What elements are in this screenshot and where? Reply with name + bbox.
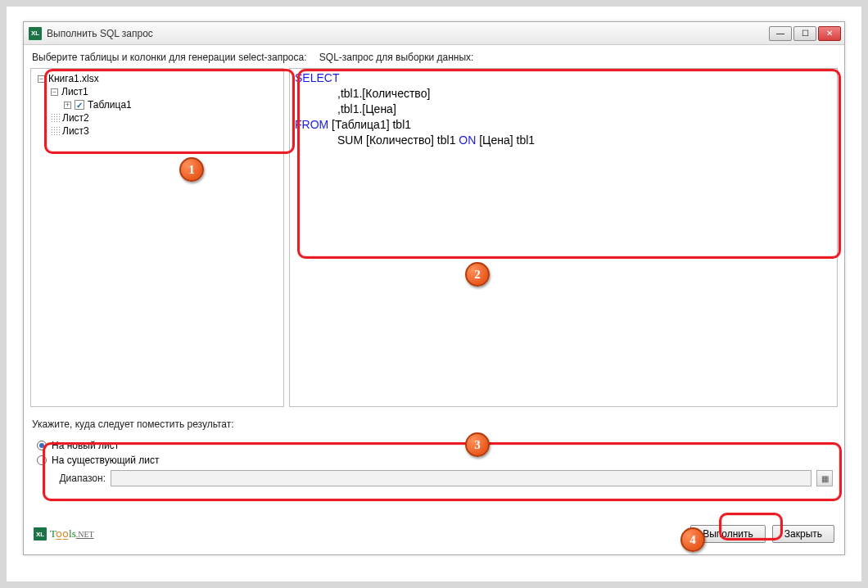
sql-keyword-on: ON — [459, 133, 476, 147]
tree-label: Таблица1 — [88, 99, 132, 111]
sql-keyword-select: SELECT — [295, 71, 339, 84]
range-label: Диапазон: — [50, 473, 106, 484]
radio-new-sheet[interactable] — [37, 441, 47, 450]
sql-editor[interactable]: SELECT ,tbl1.[Количество] ,tbl1.[Цена] F… — [289, 68, 838, 407]
select-tables-label: Выберите таблицы и колонки для генерации… — [32, 52, 307, 63]
radio-new-sheet-label: На новый лист — [52, 440, 119, 451]
bottom-bar: XL To̲o̲ls.NET Выполнить Закрыть — [30, 520, 838, 548]
sql-query-label: SQL-запрос для выборки данных: — [319, 52, 474, 63]
sql-text: [Таблица1] tbl1 — [328, 118, 411, 131]
tree-table1[interactable]: + Таблица1 — [38, 98, 278, 111]
sql-text: ,tbl1.[Количество] — [337, 87, 430, 100]
close-button[interactable]: Закрыть — [772, 525, 834, 543]
tree-label: Лист2 — [62, 112, 89, 124]
dialog-window: XL Выполнить SQL запрос — ☐ ✕ Выберите т… — [23, 21, 845, 555]
window-title: Выполнить SQL запрос — [47, 28, 769, 39]
tree-dotted-icon — [51, 113, 61, 123]
xltools-logo[interactable]: XL To̲o̲ls.NET — [30, 527, 94, 541]
page-frame: XL Выполнить SQL запрос — ☐ ✕ Выберите т… — [0, 0, 868, 588]
minimize-button[interactable]: — — [769, 26, 792, 41]
radio-new-sheet-row[interactable]: На новый лист — [35, 438, 833, 453]
tree-label: Лист1 — [61, 86, 88, 97]
logo-icon: XL — [34, 527, 47, 541]
titlebar[interactable]: XL Выполнить SQL запрос — ☐ ✕ — [24, 22, 844, 45]
maximize-button[interactable]: ☐ — [793, 26, 816, 41]
tree-label: Лист3 — [62, 125, 89, 137]
sql-text: [Цена] tbl1 — [476, 133, 535, 147]
tree-sheet2[interactable]: Лист2 — [38, 111, 278, 124]
tree-sheet1[interactable]: − Лист1 — [38, 85, 278, 98]
app-icon: XL — [29, 27, 42, 40]
tree-label: Книга1.xlsx — [48, 73, 99, 84]
radio-existing-label: На существующий лист — [52, 455, 160, 466]
tree-dotted-icon — [51, 126, 61, 136]
execute-button[interactable]: Выполнить — [690, 525, 766, 543]
window-close-button[interactable]: ✕ — [818, 26, 841, 41]
sql-text: ,tbl1.[Цена] — [337, 102, 396, 115]
expand-icon[interactable]: + — [64, 102, 71, 109]
collapse-icon[interactable]: − — [38, 75, 45, 83]
sql-keyword-from: FROM — [295, 118, 328, 131]
header-labels: Выберите таблицы и колонки для генерации… — [30, 52, 838, 63]
tree-sheet3[interactable]: Лист3 — [38, 124, 278, 138]
radio-existing-sheet[interactable] — [37, 455, 47, 465]
collapse-icon[interactable]: − — [51, 88, 58, 96]
output-options: На новый лист На существующий лист Диапа… — [30, 433, 838, 494]
radio-existing-row[interactable]: На существующий лист — [35, 453, 833, 468]
output-section-label: Укажите, куда следует поместить результа… — [32, 418, 838, 430]
range-picker-button[interactable]: ▦ — [816, 470, 833, 486]
tree-pane[interactable]: − Книга1.xlsx − Лист1 + Таблица1 — [30, 68, 284, 407]
range-input[interactable] — [111, 470, 811, 486]
tree-checkbox[interactable] — [75, 100, 84, 110]
logo-text: To̲o̲ls.NET — [50, 527, 94, 541]
content-area: Выберите таблицы и колонки для генерации… — [30, 52, 838, 548]
sql-text: SUM [Количество] tbl1 — [337, 133, 459, 147]
tree-root-item[interactable]: − Книга1.xlsx — [38, 72, 278, 85]
